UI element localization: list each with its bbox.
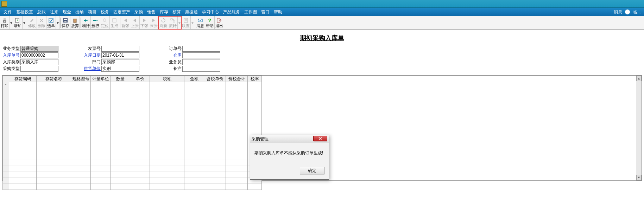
grid-cell[interactable] [226, 106, 248, 112]
generate-button[interactable]: 生成 [110, 16, 119, 29]
grid-cell[interactable] [130, 94, 150, 100]
grid-cell[interactable] [130, 154, 150, 160]
grid-cell[interactable] [37, 88, 71, 94]
add-button[interactable]: +增加 [13, 16, 23, 29]
grid-cell[interactable] [248, 100, 262, 106]
label-entry-date[interactable]: 入库日期 [83, 52, 101, 58]
flow-dropdown[interactable]: ▾ [178, 16, 181, 29]
col-header[interactable]: 税率 [248, 76, 262, 82]
grid-cell[interactable] [150, 142, 184, 148]
col-header[interactable]: 规格型号 [71, 76, 91, 82]
grid-cell[interactable] [9, 82, 37, 88]
grid-cell[interactable] [248, 88, 262, 94]
locate-button[interactable]: 定位 [100, 16, 110, 29]
menu-15[interactable]: 产品服务 [221, 8, 242, 16]
vertical-scrollbar[interactable]: ▲ ▼ [636, 76, 642, 180]
grid-cell[interactable] [111, 118, 130, 124]
label-supplier[interactable]: 供货单位 [83, 66, 101, 72]
field-entry-class[interactable]: 采购入库 [20, 59, 58, 65]
exit-button[interactable]: 退出 [215, 16, 224, 29]
grid-cell[interactable] [91, 148, 111, 154]
grid-cell[interactable] [9, 106, 37, 112]
grid-cell[interactable] [184, 130, 204, 136]
grid-cell[interactable] [226, 148, 248, 154]
grid-cell[interactable] [204, 160, 226, 166]
col-header[interactable]: 存货编码 [9, 76, 37, 82]
label-warehouse[interactable]: 仓库 [164, 52, 182, 58]
field-remark[interactable] [182, 66, 220, 72]
grid-cell[interactable] [9, 88, 37, 94]
dialog-titlebar[interactable]: 采购管理 [250, 135, 329, 143]
grid-cell[interactable] [130, 100, 150, 106]
grid-cell[interactable] [71, 100, 91, 106]
grid-cell[interactable] [37, 172, 71, 178]
grid-cell[interactable] [111, 82, 130, 88]
grid-cell[interactable] [150, 82, 184, 88]
field-dept[interactable]: 采购部 [101, 59, 139, 65]
menu-14[interactable]: 学习中心 [200, 8, 221, 16]
menu-18[interactable]: 帮助 [272, 8, 284, 16]
menu-13[interactable]: 票据通 [183, 8, 200, 16]
grid-cell[interactable] [130, 136, 150, 142]
field-biz-type[interactable]: 普通采购 [20, 46, 58, 52]
grid-cell[interactable] [71, 124, 91, 130]
grid-cell[interactable] [150, 112, 184, 118]
grid-cell[interactable] [111, 100, 130, 106]
grid-cell[interactable] [9, 154, 37, 160]
grid-cell[interactable] [9, 100, 37, 106]
menu-0[interactable]: 文件 [1, 8, 14, 16]
menu-6[interactable]: 项目 [86, 8, 99, 16]
grid-cell[interactable] [9, 166, 37, 172]
grid-cell[interactable] [71, 148, 91, 154]
grid-cell[interactable] [204, 184, 226, 190]
grid-cell[interactable] [111, 136, 130, 142]
grid-cell[interactable] [9, 142, 37, 148]
grid-cell[interactable] [184, 148, 204, 154]
grid-cell[interactable] [91, 130, 111, 136]
grid-cell[interactable] [91, 136, 111, 142]
grid-cell[interactable] [130, 178, 150, 184]
delete-button[interactable]: 删除 [37, 16, 46, 29]
grid-cell[interactable] [71, 160, 91, 166]
field-supplier[interactable]: 实创 [101, 66, 139, 72]
col-header[interactable]: 含税单价 [204, 76, 226, 82]
menu-12[interactable]: 核算 [170, 8, 183, 16]
grid-cell[interactable] [184, 178, 204, 184]
grid-cell[interactable] [150, 94, 184, 100]
field-warehouse[interactable] [182, 52, 220, 58]
grid-cell[interactable] [71, 166, 91, 172]
grid-cell[interactable] [226, 130, 248, 136]
grid-cell[interactable] [204, 136, 226, 142]
grid-cell[interactable] [9, 178, 37, 184]
grid-cell[interactable] [226, 112, 248, 118]
grid-cell[interactable] [37, 178, 71, 184]
grid-cell[interactable] [184, 172, 204, 178]
menu-5[interactable]: 出纳 [73, 8, 86, 16]
last-button[interactable]: 末张 [149, 16, 159, 29]
grid-cell[interactable] [130, 160, 150, 166]
field-salesman[interactable] [182, 59, 220, 65]
grid-cell[interactable] [9, 94, 37, 100]
grid-cell[interactable] [226, 184, 248, 190]
refresh-button[interactable]: 刷新 [159, 16, 168, 29]
grid-cell[interactable] [226, 82, 248, 88]
grid-cell[interactable] [130, 82, 150, 88]
grid-cell[interactable] [184, 106, 204, 112]
grid-cell[interactable] [226, 94, 248, 100]
grid-cell[interactable] [91, 88, 111, 94]
grid-cell[interactable] [226, 160, 248, 166]
grid-cell[interactable] [71, 82, 91, 88]
grid-cell[interactable] [71, 106, 91, 112]
grid-cell[interactable] [9, 172, 37, 178]
field-entry-date[interactable]: 2017-01-31 [101, 52, 139, 58]
grid-cell[interactable] [150, 118, 184, 124]
grid-cell[interactable] [150, 106, 184, 112]
col-header[interactable]: 计量单位 [91, 76, 111, 82]
menu-2[interactable]: 总账 [35, 8, 48, 16]
grid-cell[interactable] [150, 88, 184, 94]
grid-cell[interactable] [91, 160, 111, 166]
grid-cell[interactable] [184, 136, 204, 142]
grid-cell[interactable] [184, 94, 204, 100]
grid-cell[interactable] [150, 184, 184, 190]
grid-cell[interactable] [111, 106, 130, 112]
